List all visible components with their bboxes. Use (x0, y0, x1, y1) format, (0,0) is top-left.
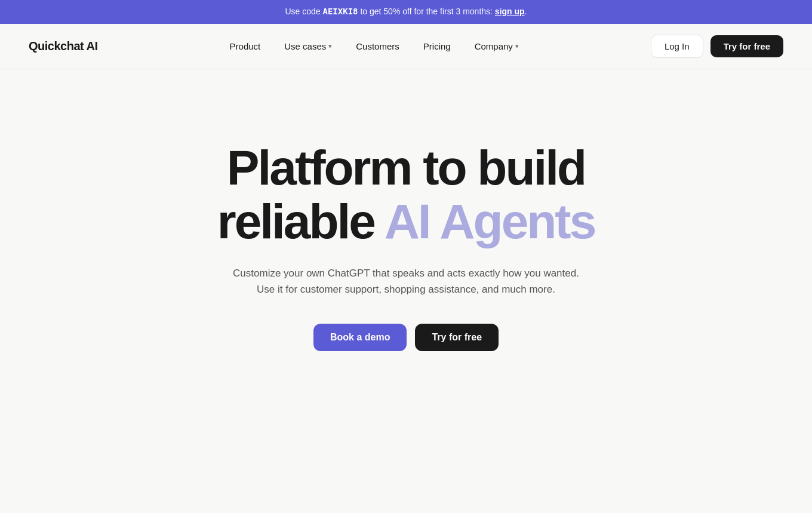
hero-buttons: Book a demo Try for free (313, 324, 499, 351)
nav-product-label: Product (230, 41, 261, 51)
hero-headline: Platform to build reliable AI Agents (217, 141, 595, 248)
nav-customers-label: Customers (356, 41, 399, 51)
hero-headline-static: reliable (217, 194, 385, 248)
signup-link[interactable]: sign up (495, 7, 525, 16)
nav-pricing-label: Pricing (423, 41, 451, 51)
book-demo-button[interactable]: Book a demo (313, 324, 407, 351)
trusted-section: Trusted by 1000+ companies, big and smal… (0, 483, 812, 513)
navbar-actions: Log In Try for free (651, 35, 783, 58)
logo[interactable]: Quickchat AI (29, 39, 98, 53)
hero-visual-area (0, 387, 812, 483)
nav-item-pricing[interactable]: Pricing (414, 36, 460, 56)
nav-menu: Product Use cases ▾ Customers Pricing Co… (220, 36, 528, 56)
nav-company-label: Company (475, 41, 513, 51)
chevron-down-icon: ▾ (328, 42, 332, 50)
hero-headline-animated: AI Agents (385, 194, 595, 248)
hero-headline-line1: Platform to build (217, 141, 595, 195)
promo-banner: Use code AEIXKI8 to get 50% off for the … (0, 0, 812, 24)
hero-subtext: Customize your own ChatGPT that speaks a… (233, 265, 579, 297)
login-button[interactable]: Log In (651, 35, 703, 58)
nav-item-use-cases[interactable]: Use cases ▾ (275, 36, 342, 56)
nav-item-customers[interactable]: Customers (346, 36, 409, 56)
try-free-nav-button[interactable]: Try for free (710, 35, 783, 57)
navbar: Quickchat AI Product Use cases ▾ Custome… (0, 24, 812, 69)
promo-trailing: . (525, 7, 527, 16)
hero-section: Platform to build reliable AI Agents Cus… (0, 69, 812, 388)
chevron-down-icon: ▾ (515, 42, 519, 50)
promo-code: AEIXKI8 (323, 7, 358, 16)
try-free-hero-button[interactable]: Try for free (415, 324, 499, 351)
nav-item-company[interactable]: Company ▾ (465, 36, 528, 56)
promo-suffix: to get 50% off for the first 3 months: (358, 7, 495, 16)
nav-item-product[interactable]: Product (220, 36, 270, 56)
hero-headline-line2: reliable AI Agents (217, 195, 595, 248)
nav-use-cases-label: Use cases (284, 41, 326, 51)
promo-prefix: Use code (285, 7, 322, 16)
